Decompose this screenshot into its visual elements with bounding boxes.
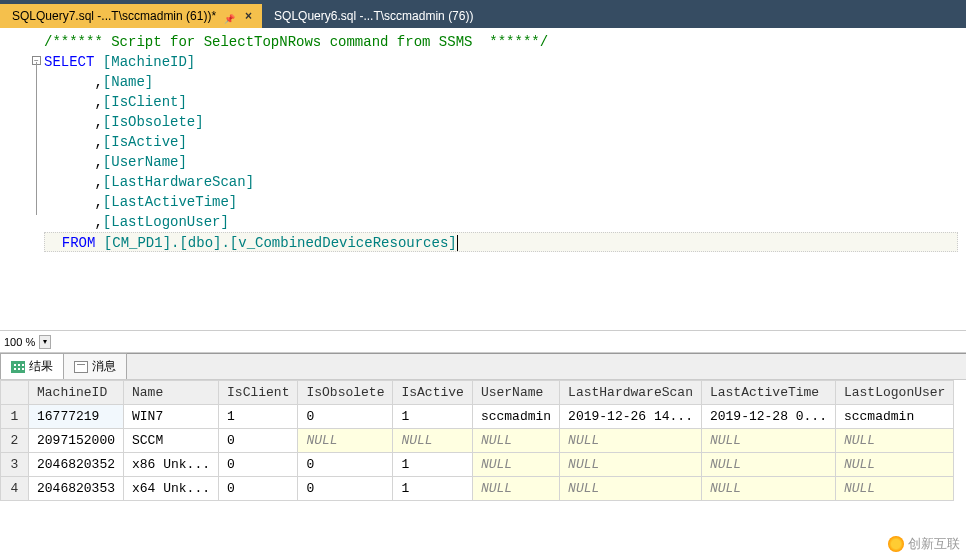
grid-cell[interactable]: WIN7 bbox=[124, 405, 219, 429]
tab-sqlquery7[interactable]: SQLQuery7.sql -...T\sccmadmin (61))* × bbox=[0, 4, 262, 28]
column-header[interactable]: IsActive bbox=[393, 381, 472, 405]
table-row[interactable]: 22097152000SCCM0NULLNULLNULLNULLNULLNULL bbox=[1, 429, 954, 453]
table-row[interactable]: 32046820352x86 Unk...001NULLNULLNULLNULL bbox=[1, 453, 954, 477]
grid-cell[interactable]: NULL bbox=[393, 429, 472, 453]
grid-cell[interactable]: sccmadmin bbox=[472, 405, 559, 429]
table-row[interactable]: 42046820353x64 Unk...001NULLNULLNULLNULL bbox=[1, 477, 954, 501]
column-header[interactable]: MachineID bbox=[29, 381, 124, 405]
grid-cell[interactable]: 1 bbox=[219, 405, 298, 429]
grid-cell[interactable]: x64 Unk... bbox=[124, 477, 219, 501]
grid-cell[interactable]: 0 bbox=[219, 453, 298, 477]
tab-results[interactable]: 结果 bbox=[0, 353, 64, 379]
tab-sqlquery6[interactable]: SQLQuery6.sql -...T\sccmadmin (76)) bbox=[262, 4, 483, 28]
zoom-value: 100 % bbox=[4, 336, 35, 348]
grid-cell[interactable]: NULL bbox=[298, 429, 393, 453]
document-tab-bar: SQLQuery7.sql -...T\sccmadmin (61))* × S… bbox=[0, 0, 966, 28]
watermark-text: 创新互联 bbox=[908, 535, 960, 553]
watermark-logo-icon bbox=[888, 536, 904, 552]
tab-results-label: 结果 bbox=[29, 358, 53, 375]
grid-cell[interactable]: x86 Unk... bbox=[124, 453, 219, 477]
watermark: 创新互联 bbox=[888, 535, 960, 553]
grid-icon bbox=[11, 361, 25, 373]
column-header[interactable]: UserName bbox=[472, 381, 559, 405]
grid-cell[interactable]: 1 bbox=[393, 477, 472, 501]
code-area[interactable]: − /****** Script for SelectTopNRows comm… bbox=[0, 28, 966, 330]
tab-messages[interactable]: 消息 bbox=[63, 353, 127, 379]
grid-cell[interactable]: NULL bbox=[472, 429, 559, 453]
grid-cell[interactable]: NULL bbox=[560, 477, 702, 501]
grid-cell[interactable]: NULL bbox=[835, 429, 953, 453]
column-header[interactable]: LastHardwareScan bbox=[560, 381, 702, 405]
zoom-bar: 100 % ▾ bbox=[0, 330, 966, 352]
grid-cell[interactable]: NULL bbox=[835, 453, 953, 477]
line-gutter bbox=[0, 32, 30, 330]
grid-cell[interactable]: 2046820352 bbox=[29, 453, 124, 477]
column-header[interactable]: IsObsolete bbox=[298, 381, 393, 405]
results-tab-bar: 结果 消息 bbox=[0, 354, 966, 380]
grid-cell[interactable]: NULL bbox=[560, 453, 702, 477]
grid-cell[interactable]: NULL bbox=[835, 477, 953, 501]
sql-editor-pane: − /****** Script for SelectTopNRows comm… bbox=[0, 28, 966, 353]
grid-cell[interactable]: 0 bbox=[219, 429, 298, 453]
grid-cell[interactable]: 2019-12-26 14... bbox=[560, 405, 702, 429]
row-number[interactable]: 1 bbox=[1, 405, 29, 429]
column-header[interactable]: IsClient bbox=[219, 381, 298, 405]
zoom-dropdown-icon[interactable]: ▾ bbox=[39, 335, 51, 349]
table-row[interactable]: 116777219WIN7101sccmadmin2019-12-26 14..… bbox=[1, 405, 954, 429]
grid-cell[interactable]: NULL bbox=[701, 477, 835, 501]
grid-cell[interactable]: 2019-12-28 0... bbox=[701, 405, 835, 429]
messages-icon bbox=[74, 361, 88, 373]
grid-cell[interactable]: 1 bbox=[393, 453, 472, 477]
row-number[interactable]: 3 bbox=[1, 453, 29, 477]
column-header[interactable]: Name bbox=[124, 381, 219, 405]
grid-cell[interactable]: 0 bbox=[298, 405, 393, 429]
tab-label: SQLQuery7.sql -...T\sccmadmin (61))* bbox=[12, 9, 216, 23]
pin-icon[interactable] bbox=[224, 11, 234, 21]
grid-cell[interactable]: NULL bbox=[472, 453, 559, 477]
tab-messages-label: 消息 bbox=[92, 358, 116, 375]
results-pane: 结果 消息 MachineIDNameIsClientIsObsoleteIsA… bbox=[0, 353, 966, 557]
grid-cell[interactable]: 0 bbox=[298, 453, 393, 477]
grid-cell[interactable]: 2046820353 bbox=[29, 477, 124, 501]
grid-cell[interactable]: NULL bbox=[560, 429, 702, 453]
results-grid: MachineIDNameIsClientIsObsoleteIsActiveU… bbox=[0, 380, 954, 501]
grid-cell[interactable]: 16777219 bbox=[29, 405, 124, 429]
grid-cell[interactable]: SCCM bbox=[124, 429, 219, 453]
grid-cell[interactable]: 0 bbox=[298, 477, 393, 501]
column-header[interactable]: LastActiveTime bbox=[701, 381, 835, 405]
results-grid-wrap[interactable]: MachineIDNameIsClientIsObsoleteIsActiveU… bbox=[0, 380, 966, 557]
column-header[interactable]: LastLogonUser bbox=[835, 381, 953, 405]
grid-cell[interactable]: NULL bbox=[701, 429, 835, 453]
grid-corner[interactable] bbox=[1, 381, 29, 405]
code-text[interactable]: /****** Script for SelectTopNRows comman… bbox=[44, 32, 966, 330]
row-number[interactable]: 2 bbox=[1, 429, 29, 453]
row-number[interactable]: 4 bbox=[1, 477, 29, 501]
grid-cell[interactable]: sccmadmin bbox=[835, 405, 953, 429]
grid-cell[interactable]: NULL bbox=[701, 453, 835, 477]
tab-label: SQLQuery6.sql -...T\sccmadmin (76)) bbox=[274, 9, 473, 23]
grid-cell[interactable]: 0 bbox=[219, 477, 298, 501]
grid-cell[interactable]: 1 bbox=[393, 405, 472, 429]
fold-line bbox=[36, 62, 37, 215]
grid-cell[interactable]: NULL bbox=[472, 477, 559, 501]
grid-cell[interactable]: 2097152000 bbox=[29, 429, 124, 453]
close-icon[interactable]: × bbox=[245, 9, 252, 23]
fold-column: − bbox=[30, 32, 44, 330]
